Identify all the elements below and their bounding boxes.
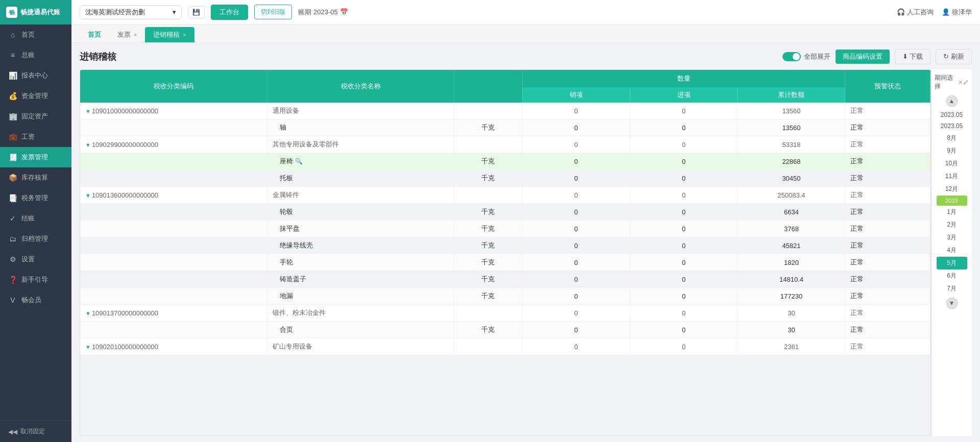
month-item[interactable]: 9月 [937,144,967,157]
row-status: 正常 [845,322,930,338]
sidebar-item-tax[interactable]: 📑 税务管理 [0,188,71,208]
app-logo: 畅 畅捷通易代账 [0,0,71,24]
save-button[interactable]: 💾 [188,6,205,18]
month-item[interactable]: 12月 [937,183,967,195]
month-item[interactable]: 5月 [937,257,967,269]
month-item[interactable]: 3月 [937,231,967,244]
sidebar-item-guide[interactable]: ❓ 新手引导 [0,269,71,290]
month-item[interactable]: 7月 [937,282,967,295]
row-status: 正常 [845,254,930,271]
row-unit: 千克 [454,170,522,187]
row-purchase: 0 [630,187,738,204]
topbar: 沈海英测试经营勿删 ▾ 💾 工作台 切到旧版 账期 2023-05 📅 🎧 人工… [71,0,980,24]
download-button[interactable]: ⬇ 下载 [895,49,931,64]
row-purchase: 0 [630,237,738,254]
calendar-icon: 📅 [340,8,348,16]
page-header: 进销稽核 全部展开 商品编码设置 ⬇ 下载 ↻ 刷新 [80,49,972,64]
expand-toggle[interactable]: 全部展开 [782,52,830,61]
row-purchase: 0 [630,288,738,305]
sidebar-item-label: 新手引导 [21,275,48,284]
row-purchase: 0 [630,322,738,338]
sidebar-item-settings[interactable]: ⚙ 设置 [0,249,71,269]
sidebar-item-ledger[interactable]: ≡ 总账 [0,45,71,65]
row-name: 通用设备 [267,103,454,119]
sidebar-item-home[interactable]: ⌂ 首页 [0,24,71,45]
sidebar-item-payroll[interactable]: 💼 工资 [0,127,71,147]
row-code [80,254,267,271]
period-text: 账期 [298,8,311,17]
row-unit: 千克 [454,288,522,305]
toggle-switch-control[interactable] [782,52,801,61]
col-header-tax-code: 税收分类编码 [80,70,267,103]
tab-reconcile-close[interactable]: × [183,32,186,38]
user-profile[interactable]: 👤 徐泽华 [942,8,972,17]
data-table-wrapper[interactable]: 税收分类编码 税收分类名称 数量 预警状态 销项 进项 累计数额 [80,69,931,436]
sidebar-item-member[interactable]: V 畅会员 [0,290,71,310]
sidebar-unpin-button[interactable]: ◀◀ 取消固定 [0,421,71,442]
sidebar-item-assets[interactable]: 🏢 固定资产 [0,106,71,127]
month-item[interactable]: 2023 [937,195,967,206]
row-unit [454,136,522,153]
sidebar-item-settlement[interactable]: ✓ 结账 [0,208,71,229]
tab-home[interactable]: 首页 [80,27,109,42]
row-unit [454,187,522,204]
row-unit: 千克 [454,271,522,288]
user-name: 徐泽华 [952,8,972,17]
month-item[interactable]: 8月 [937,132,967,144]
content-area: 税收分类编码 税收分类名称 数量 预警状态 销项 进项 累计数额 [80,69,972,436]
inventory-icon: 📦 [8,174,17,182]
col-header-total: 累计数额 [738,87,845,103]
tab-reconcile[interactable]: 进销稽核 × [145,27,194,42]
month-item[interactable]: 1月 [937,206,967,218]
tab-invoice[interactable]: 发票 × [109,27,145,42]
main-content: 沈海英测试经营勿删 ▾ 💾 工作台 切到旧版 账期 2023-05 📅 🎧 人工… [71,0,980,442]
sidebar-item-funds[interactable]: 💰 资金管理 [0,86,71,106]
row-sales: 0 [522,119,630,136]
col-header-purchase: 进项 [630,87,738,103]
company-selector[interactable]: 沈海英测试经营勿删 ▾ [80,5,182,19]
col-header-sales: 销项 [522,87,630,103]
switch-version-button[interactable]: 切到旧版 [254,5,292,19]
tab-invoice-close[interactable]: × [134,32,137,38]
panel-expand-icon[interactable]: ⤢ [963,78,969,86]
row-code: ▼109029900000000000 [80,136,267,153]
sidebar-item-label: 资金管理 [21,91,48,101]
sidebar-item-inventory[interactable]: 📦 库存核算 [0,167,71,188]
home-icon: ⌂ [8,31,17,39]
scroll-down-button[interactable]: ▼ [946,297,958,309]
sidebar-item-label: 归档管理 [21,234,48,243]
row-name: 座椅 🔍 [267,153,454,170]
member-icon: V [8,296,17,304]
scroll-up-button[interactable]: ▲ [946,95,958,107]
period-value: 2023-05 [313,8,338,16]
col-header-unit [454,70,522,103]
table-body: ▼109010000000000000 通用设备 0 0 13560 正常 轴 … [80,103,930,355]
month-item[interactable]: 6月 [937,269,967,282]
month-item[interactable]: 2月 [937,218,967,231]
month-item[interactable]: 2023.05 [937,120,967,132]
row-purchase: 0 [630,153,738,170]
row-code: ▼109013600000000000 [80,187,267,204]
invoice-icon: 🧾 [8,153,17,161]
panel-close-icon[interactable]: × [959,78,963,86]
sidebar-item-label: 设置 [21,255,35,264]
sidebar-item-label: 税务管理 [21,193,48,203]
row-total: 250083.4 [738,187,845,204]
period-label: 账期 2023-05 📅 [298,8,348,17]
workbench-button[interactable]: 工作台 [211,5,248,20]
product-code-button[interactable]: 商品编码设置 [836,50,890,64]
row-total: 1820 [738,254,845,271]
assets-icon: 🏢 [8,112,17,120]
row-status: 正常 [845,288,930,305]
month-item[interactable]: 10月 [937,157,967,170]
month-item[interactable]: 11月 [937,170,967,183]
row-status: 正常 [845,237,930,254]
sidebar-item-reports[interactable]: 📊 报表中心 [0,65,71,86]
sidebar-item-archive[interactable]: 🗂 归档管理 [0,229,71,249]
month-item[interactable]: 2023.05 [937,109,967,120]
support-button[interactable]: 🎧 人工咨询 [897,8,934,17]
sidebar-item-invoice[interactable]: 🧾 发票管理 [0,147,71,167]
row-code [80,237,267,254]
refresh-button[interactable]: ↻ 刷新 [936,49,972,64]
month-item[interactable]: 4月 [937,244,967,257]
